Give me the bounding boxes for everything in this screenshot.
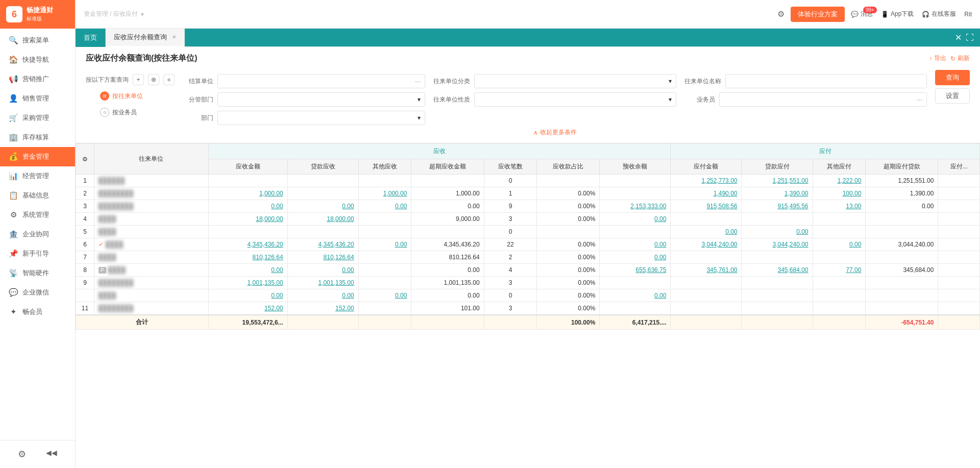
message-button[interactable]: 💬 消息 99+ [851, 10, 873, 18]
gear-icon[interactable]: ⚙ [777, 9, 785, 19]
tabbar-controls: ✕ ⛶ [949, 33, 980, 42]
row-11-ratio: 0.00% [537, 302, 600, 315]
row-8-loan-receivable: 0.00 [287, 264, 358, 277]
row-8-more [938, 264, 980, 277]
row-10-other-receivable: 0.00 [358, 289, 411, 302]
row-11-other-receivable [358, 302, 411, 315]
promo-button[interactable]: 体验行业方案 [791, 7, 845, 22]
settings-button[interactable]: 设置 [935, 88, 970, 104]
row-11-loan-receivable: 152.00 [287, 302, 358, 315]
sidebar-item-inventory[interactable]: 🏢 库存核算 [0, 128, 75, 147]
partner-nature-select[interactable]: ▾ [474, 92, 676, 107]
filter-group-partner[interactable]: 按 按往来单位 [96, 89, 175, 103]
division-label: 部门 [183, 114, 213, 122]
table-row: 7 ████ 810,126.64 810,126.64 810,126.64 … [76, 251, 980, 264]
query-button[interactable]: 查询 [935, 70, 970, 85]
sidebar-item-guide[interactable]: 📌 新手引导 [0, 244, 75, 263]
row-11-loan-payable [742, 302, 813, 315]
online-service-button[interactable]: 🎧 在线客服 [922, 10, 956, 18]
collapse-icon: ∧ [533, 129, 538, 136]
tab-query[interactable]: 应收应付余额查询 ✕ [106, 29, 185, 47]
guide-icon: 📌 [8, 249, 18, 258]
sidebar-item-member[interactable]: ✦ 畅会员 [0, 302, 75, 322]
tab-close-icon[interactable]: ✕ [172, 34, 176, 40]
row-10-more [938, 289, 980, 302]
partner-name-input[interactable] [725, 74, 927, 88]
row-2-loan-receivable [287, 187, 358, 200]
filter-fields: 结算单位 ··· 往来单位分类 ▾ [183, 70, 927, 137]
user-avatar[interactable]: Rit [964, 11, 972, 18]
th-receivable-group: 应收 [208, 144, 671, 159]
row-4-count: 3 [484, 213, 537, 226]
th-settings[interactable]: ⚙ [76, 144, 94, 175]
sidebar-settings-icon[interactable]: ⚙ [18, 449, 26, 460]
sidebar-item-capital[interactable]: 💰 资金管理 [0, 147, 75, 166]
partner-nature-label: 往来单位性质 [433, 95, 470, 104]
sidebar-item-weixin[interactable]: 💬 企业微信 [0, 283, 75, 302]
add-filter-button[interactable]: + [133, 74, 144, 85]
sales-icon: 👤 [8, 94, 18, 103]
sidebar-label-search: 搜索菜单 [22, 36, 49, 45]
row-3-other-receivable: 0.00 [358, 200, 411, 213]
row-10-partner: ████ [94, 289, 209, 302]
sidebar-item-system[interactable]: ⚙ 系统管理 [0, 205, 75, 225]
sidebar-item-search[interactable]: 🔍 搜索菜单 [0, 31, 75, 50]
table-row: 6 ✓████ 4,345,436.20 4,345,436.20 0.00 4… [76, 238, 980, 251]
corp-icon: 🏦 [8, 230, 18, 239]
row-10-other-payable [813, 289, 866, 302]
row-num-6: 6 [76, 238, 94, 251]
row-6-loan-payable: 3,044,240.00 [742, 238, 813, 251]
row-4-other-payable [813, 213, 866, 226]
row-8-other-payable: 77.00 [813, 264, 866, 277]
settlement-label: 结算单位 [183, 77, 213, 86]
collapse-button[interactable]: ∧ 收起更多条件 [183, 128, 927, 137]
row-6-prepay: 0.00 [600, 238, 671, 251]
division-select[interactable]: ▾ [217, 111, 425, 125]
row-3-payable-amount: 915,508.56 [671, 200, 742, 213]
footer-other-payable [813, 315, 866, 330]
export-button[interactable]: ↑ 导出 [929, 54, 946, 63]
row-1-count: 0 [484, 175, 537, 187]
sidebar-label-member: 畅会员 [22, 307, 42, 316]
sidebar-item-hardware[interactable]: 📡 智能硬件 [0, 263, 75, 283]
partner-category-select[interactable]: ▾ [474, 74, 676, 88]
filter-group-salesman[interactable]: ⊙ 按业务员 [96, 106, 175, 119]
salesman-input[interactable]: ··· [719, 92, 927, 107]
refresh-button[interactable]: ↻ 刷新 [950, 54, 970, 63]
set-filter-button[interactable]: ⊕ [148, 74, 159, 85]
sidebar-label-hardware: 智能硬件 [22, 268, 49, 278]
sidebar-item-corp[interactable]: 🏦 企业协同 [0, 225, 75, 244]
row-11-overdue-receivable: 101.00 [411, 302, 484, 315]
arrow-filter-button[interactable]: « [163, 74, 175, 85]
partner-category-arrow: ▾ [669, 78, 672, 85]
row-5-partner: ████ [94, 226, 209, 238]
sidebar-item-sales[interactable]: 👤 销售管理 [0, 89, 75, 108]
logo-icon: 6 [6, 6, 22, 22]
close-window-icon[interactable]: ✕ [955, 33, 962, 42]
sidebar-item-operations[interactable]: 📊 经营管理 [0, 166, 75, 186]
row-2-partner: ████████ [94, 187, 209, 200]
filter-row-salesman: 业务员 ··· [684, 92, 927, 107]
table-body: 1 ██████ 0 1,252,773.00 1,251,551.00 1,2 [76, 175, 980, 315]
maximize-icon[interactable]: ⛶ [966, 33, 974, 42]
sidebar-collapse-icon[interactable]: ◀◀ [46, 449, 57, 460]
sidebar-item-base[interactable]: 📋 基础信息 [0, 186, 75, 205]
sidebar-item-quicknav[interactable]: 🏠 快捷导航 [0, 50, 75, 69]
row-9-receivable-amount: 1,001,135.00 [208, 277, 287, 289]
dept-select[interactable]: ▾ [217, 92, 425, 107]
settlement-ellipsis[interactable]: ··· [415, 77, 421, 85]
row-8-ratio: 0.00% [537, 264, 600, 277]
sidebar-item-marketing[interactable]: 📢 营销推广 [0, 69, 75, 89]
row-11-partner: ████████ [94, 302, 209, 315]
th-receivable-ratio: 应收款占比 [537, 159, 600, 175]
service-icon: 🎧 [922, 11, 929, 18]
filter-row-partner-name: 往来单位名称 [684, 74, 927, 88]
app-download-button[interactable]: 📱 App下载 [881, 10, 914, 18]
sidebar-label-marketing: 营销推广 [22, 75, 49, 84]
sidebar-item-purchase[interactable]: 🛒 采购管理 [0, 108, 75, 128]
tabbar: 首页 应收应付余额查询 ✕ ✕ ⛶ [76, 29, 980, 47]
tab-home[interactable]: 首页 [76, 29, 106, 47]
th-loan-receivable: 贷款应收 [287, 159, 358, 175]
settlement-input[interactable]: ··· [217, 74, 425, 88]
salesman-ellipsis[interactable]: ··· [916, 95, 922, 104]
